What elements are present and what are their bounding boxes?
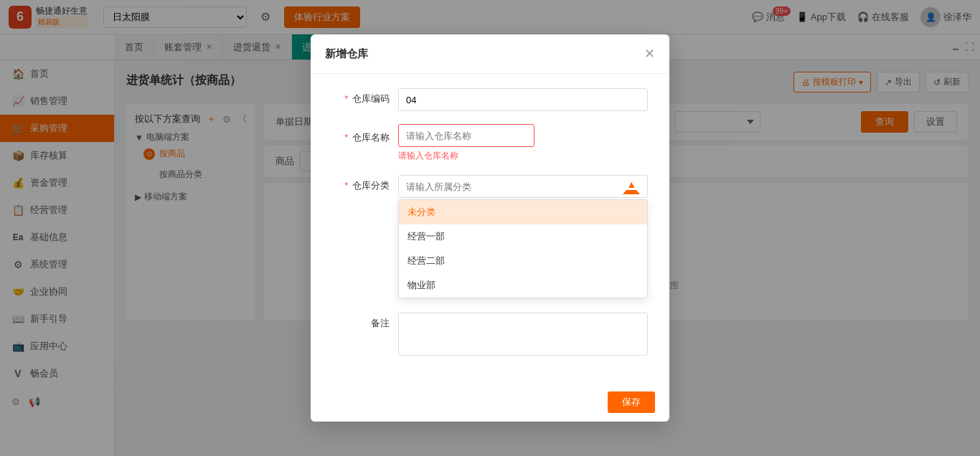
name-error-wrap: 请输入仓库名称 — [332, 150, 458, 162]
modal-new-warehouse: 新增仓库 ✕ * 仓库编码 * 仓库名称 — [311, 34, 669, 422]
category-dropdown-container: ▲ 未分类 经营一部 经营二部 物业部 — [398, 175, 648, 198]
category-label: * 仓库分类 — [332, 175, 390, 192]
category-chevron-icon: ▲ — [623, 179, 640, 194]
name-input-wrap — [398, 124, 534, 147]
name-input[interactable] — [398, 124, 534, 147]
code-label: * 仓库编码 — [332, 88, 390, 105]
note-input[interactable] — [398, 313, 648, 356]
dropdown-item-uncategorized[interactable]: 未分类 — [399, 200, 647, 224]
category-dropdown-trigger[interactable]: ▲ — [398, 175, 648, 198]
category-dropdown-list: 未分类 经营一部 经营二部 物业部 — [398, 199, 648, 298]
save-button[interactable]: 保存 — [608, 391, 655, 413]
form-row-name: * 仓库名称 请输入仓库名称 — [332, 124, 648, 162]
required-mark-name: * — [344, 132, 348, 143]
required-mark-code: * — [344, 93, 348, 104]
modal-overlay[interactable]: 新增仓库 ✕ * 仓库编码 * 仓库名称 — [0, 0, 980, 456]
form-row-name-inner: * 仓库名称 — [332, 124, 534, 147]
category-search-input[interactable] — [406, 181, 623, 192]
name-label: * 仓库名称 — [332, 127, 390, 144]
dropdown-item-dept3[interactable]: 物业部 — [399, 273, 647, 298]
form-row-code: * 仓库编码 — [332, 88, 648, 111]
modal-close-button[interactable]: ✕ — [644, 46, 655, 62]
modal-footer: 保存 — [311, 383, 669, 422]
modal-header: 新增仓库 ✕ — [311, 34, 669, 74]
form-row-note: 备注 — [332, 313, 648, 356]
code-input[interactable] — [398, 88, 648, 111]
dropdown-item-dept2[interactable]: 经营二部 — [399, 249, 647, 273]
note-label: 备注 — [332, 313, 390, 330]
required-mark-category: * — [344, 180, 348, 191]
modal-title: 新增仓库 — [325, 47, 368, 61]
dropdown-item-dept1[interactable]: 经营一部 — [399, 224, 647, 249]
form-row-category: * 仓库分类 ▲ 未分类 经营一部 经营二部 物业部 — [332, 175, 648, 198]
name-error-msg: 请输入仓库名称 — [398, 151, 458, 161]
modal-body: * 仓库编码 * 仓库名称 请输入仓库名称 — [311, 74, 669, 383]
